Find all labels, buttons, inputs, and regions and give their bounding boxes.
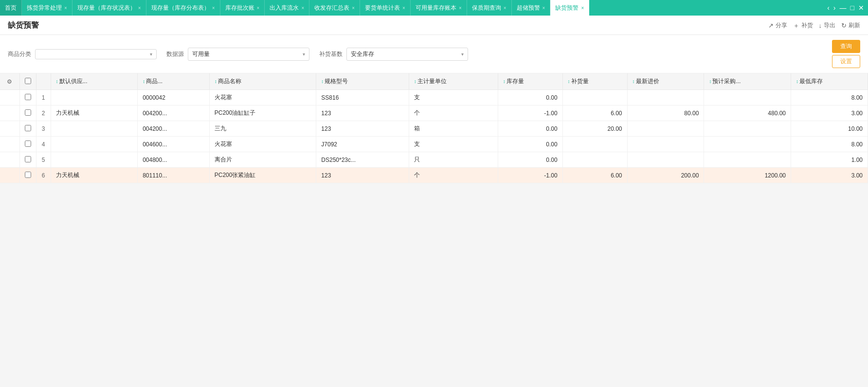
header-actions: ↗ 分享 ＋ 补货 ↓ 导出 ↻ 刷新 bbox=[768, 21, 861, 30]
column-restock-qty[interactable]: ↕补货量 bbox=[562, 73, 627, 90]
row-product-name: PC200油缸缸子 bbox=[209, 106, 316, 121]
row-default-supplier: 力天机械 bbox=[51, 106, 138, 121]
restock-basis-select[interactable]: 安全库存 ▾ bbox=[346, 48, 468, 61]
row-unit: 支 bbox=[409, 137, 498, 152]
row-checkbox-cell bbox=[19, 152, 36, 168]
tab-next-button[interactable]: › bbox=[832, 3, 838, 13]
row-restock-qty bbox=[562, 90, 627, 106]
tab-available-ledger[interactable]: 可用量库存账本× bbox=[411, 0, 467, 16]
row-spec: DS250*23c... bbox=[316, 152, 409, 168]
table-row: 3004200...三九123箱0.0020.0010.00 bbox=[0, 121, 868, 137]
row-checkbox[interactable] bbox=[25, 156, 31, 162]
tab-close-inventory-dist[interactable]: × bbox=[212, 5, 215, 11]
column-product-name[interactable]: ↕商品名称 bbox=[209, 73, 316, 90]
row-gear-cell bbox=[0, 137, 19, 152]
window-min-button[interactable]: — bbox=[838, 3, 849, 13]
data-table: ⚙ ↕默认供应... ↕商品... ↕商品名称 ↕规格型号 ↕主计量单位 ↕库存… bbox=[0, 73, 868, 183]
window-max-button[interactable]: □ bbox=[849, 3, 856, 13]
row-min-stock: 3.00 bbox=[791, 106, 868, 121]
export-label: 导出 bbox=[824, 21, 835, 30]
row-product-code: 004800... bbox=[138, 152, 210, 168]
column-est-purchase[interactable]: ↕预计采购... bbox=[704, 73, 791, 90]
row-default-supplier bbox=[51, 152, 138, 168]
row-restock-qty: 6.00 bbox=[562, 106, 627, 121]
column-default-supplier[interactable]: ↕默认供应... bbox=[51, 73, 138, 90]
export-action[interactable]: ↓ 导出 bbox=[819, 21, 836, 30]
share-icon: ↗ bbox=[768, 22, 774, 29]
table-row: 10000042火花塞SS816支0.008.00 bbox=[0, 90, 868, 106]
tab-close-inventory-status[interactable]: × bbox=[138, 5, 141, 11]
tab-order-stats[interactable]: 要货单统计表× bbox=[360, 0, 411, 16]
share-action[interactable]: ↗ 分享 bbox=[768, 21, 787, 30]
row-checkbox[interactable] bbox=[25, 125, 31, 131]
column-unit[interactable]: ↕主计量单位 bbox=[409, 73, 498, 90]
column-gear[interactable]: ⚙ bbox=[0, 73, 19, 90]
row-default-supplier: 力天机械 bbox=[51, 168, 138, 183]
datasource-select[interactable]: 可用量 ▾ bbox=[188, 48, 309, 61]
tab-close-batch-account[interactable]: × bbox=[257, 5, 260, 11]
row-checkbox-cell bbox=[19, 106, 36, 121]
row-latest-price bbox=[627, 121, 704, 137]
row-stock: 0.00 bbox=[498, 137, 562, 152]
row-product-name: 离合片 bbox=[209, 152, 316, 168]
category-filter-group: 商品分类 ▾ bbox=[8, 49, 157, 59]
restock-basis-filter-group: 补货基数 安全库存 ▾ bbox=[319, 48, 468, 61]
row-restock-qty bbox=[562, 137, 627, 152]
row-unit: 支 bbox=[409, 90, 498, 106]
tab-close-exception[interactable]: × bbox=[64, 5, 67, 11]
select-all-checkbox[interactable] bbox=[25, 78, 31, 84]
row-checkbox[interactable] bbox=[25, 141, 31, 147]
row-unit: 个 bbox=[409, 106, 498, 121]
table-header-row: ⚙ ↕默认供应... ↕商品... ↕商品名称 ↕规格型号 ↕主计量单位 ↕库存… bbox=[0, 73, 868, 90]
row-product-code: 004200... bbox=[138, 121, 210, 137]
row-stock: 0.00 bbox=[498, 152, 562, 168]
tab-batch-account[interactable]: 库存批次账× bbox=[220, 0, 265, 16]
row-checkbox-cell bbox=[19, 121, 36, 137]
category-select[interactable]: ▾ bbox=[35, 49, 157, 59]
row-min-stock: 10.00 bbox=[791, 121, 868, 137]
tab-shortage[interactable]: 缺货预警× bbox=[550, 0, 589, 16]
settings-button[interactable]: 设置 bbox=[832, 55, 860, 68]
tab-close-inout-flow[interactable]: × bbox=[301, 5, 304, 11]
row-est-purchase bbox=[704, 152, 791, 168]
row-checkbox[interactable] bbox=[25, 109, 31, 116]
restock-action[interactable]: ＋ 补货 bbox=[793, 21, 813, 30]
tab-exception[interactable]: 拣货异常处理× bbox=[22, 0, 72, 16]
tab-receipt-summary[interactable]: 收发存汇总表× bbox=[309, 0, 360, 16]
column-product-code[interactable]: ↕商品... bbox=[138, 73, 210, 90]
datasource-filter-group: 数据源 可用量 ▾ bbox=[166, 48, 309, 61]
row-checkbox[interactable] bbox=[25, 94, 31, 100]
tab-close-overstock[interactable]: × bbox=[542, 5, 545, 11]
row-est-purchase: 1200.00 bbox=[704, 168, 791, 183]
tab-inout-flow[interactable]: 出入库流水× bbox=[265, 0, 309, 16]
tab-prev-button[interactable]: ‹ bbox=[825, 3, 832, 13]
column-stock[interactable]: ↕库存量 bbox=[498, 73, 562, 90]
tab-overstock[interactable]: 超储预警× bbox=[512, 0, 551, 16]
tab-close-available-ledger[interactable]: × bbox=[459, 5, 462, 11]
row-restock-qty bbox=[562, 152, 627, 168]
row-latest-price: 200.00 bbox=[627, 168, 704, 183]
column-latest-price[interactable]: ↕最新进价 bbox=[627, 73, 704, 90]
restock-basis-chevron-icon: ▾ bbox=[461, 52, 464, 57]
category-chevron-icon: ▾ bbox=[150, 52, 152, 57]
tab-close-order-stats[interactable]: × bbox=[402, 5, 405, 11]
row-product-name: 火花塞 bbox=[209, 137, 316, 152]
tab-close-expiry-query[interactable]: × bbox=[504, 5, 506, 11]
query-button[interactable]: 查询 bbox=[832, 40, 860, 53]
column-min-stock[interactable]: ↕最低库存 bbox=[791, 73, 868, 90]
tab-inventory-status[interactable]: 现存量（库存状况表）× bbox=[72, 0, 146, 16]
row-checkbox[interactable] bbox=[25, 172, 31, 178]
window-close-button[interactable]: ✕ bbox=[856, 3, 866, 13]
tab-inventory-dist[interactable]: 现存量（库存分布表）× bbox=[146, 0, 220, 16]
page-container: 缺货预警 ↗ 分享 ＋ 补货 ↓ 导出 ↻ 刷新 商品分类 bbox=[0, 16, 868, 183]
column-select-all[interactable] bbox=[19, 73, 36, 90]
tab-close-shortage[interactable]: × bbox=[581, 5, 584, 11]
refresh-action[interactable]: ↻ 刷新 bbox=[841, 21, 860, 30]
tab-close-receipt-summary[interactable]: × bbox=[352, 5, 355, 11]
tab-home[interactable]: 首页 bbox=[0, 0, 22, 16]
row-product-name: 火花塞 bbox=[209, 90, 316, 106]
column-spec[interactable]: ↕规格型号 bbox=[316, 73, 409, 90]
row-spec: 123 bbox=[316, 121, 409, 137]
tab-expiry-query[interactable]: 保质期查询× bbox=[467, 0, 512, 16]
row-spec: 123 bbox=[316, 106, 409, 121]
